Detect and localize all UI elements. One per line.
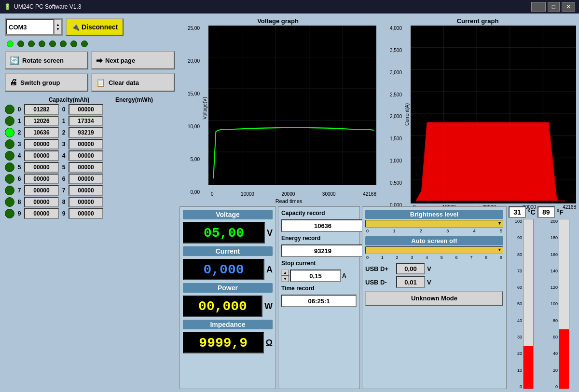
button-row-1: 🔄 Rotate screen ➡ Next page: [3, 50, 177, 70]
voltage-x-axis: 010000200003000042168: [201, 190, 376, 198]
bottom-panel: Voltage 05,00 V Current 0,000 A Power: [179, 206, 576, 389]
stop-current-row: ▲ ▼ A: [281, 270, 357, 282]
app-title: UM24C PC Software V1.3: [14, 3, 81, 10]
data-row-5: 5 5: [5, 162, 175, 173]
brightness-slider[interactable]: ▼: [365, 220, 503, 228]
row-energy-0[interactable]: [69, 104, 103, 115]
switch-group-label: Switch group: [20, 79, 60, 86]
disconnect-label: Disconnect: [82, 23, 118, 31]
autoscreen-slider[interactable]: ▼: [365, 246, 503, 254]
disconnect-button[interactable]: 🔌 Disconnect: [66, 18, 124, 36]
fahrenheit-thermometer: 200180160140120 100806040200: [544, 219, 576, 389]
row-num2-5: 5: [61, 164, 67, 171]
voltage-value: 05,00: [204, 226, 244, 241]
voltage-graph-container: Voltage graph 25,00 20,00 15,00 10,00 5,…: [179, 16, 376, 204]
row-capacity-1[interactable]: [24, 116, 59, 126]
row-capacity-8[interactable]: [24, 197, 59, 207]
records-panel: Capacity record mAh Energy record mWh St…: [278, 206, 360, 389]
row-energy-1[interactable]: [69, 116, 103, 126]
com-port-display: COM3: [6, 19, 54, 35]
row-capacity-0[interactable]: [24, 104, 59, 115]
switch-group-icon: 🖨: [10, 78, 17, 87]
spin-up-button[interactable]: ▲: [281, 270, 289, 276]
row-num-2: 2: [16, 129, 22, 136]
data-row-6: 6 6: [5, 174, 175, 184]
fahrenheit-value: 89: [542, 208, 550, 216]
time-record-input[interactable]: [281, 295, 357, 307]
unknown-mode-button[interactable]: Unknown Mode: [365, 291, 503, 306]
row-num-9: 9: [16, 210, 22, 217]
next-page-button[interactable]: ➡ Next page: [91, 51, 175, 69]
impedance-value-row: 9999,9 Ω: [183, 332, 273, 353]
capacity-record-input[interactable]: [281, 219, 364, 232]
status-dot-2: [28, 41, 35, 47]
row-capacity-2[interactable]: [24, 127, 59, 138]
window-controls: — □ ✕: [531, 2, 575, 12]
row-capacity-9[interactable]: [24, 208, 59, 219]
row-led-5: [5, 162, 14, 172]
current-y-label: Current(A): [403, 102, 411, 127]
row-energy-9[interactable]: [69, 208, 103, 219]
usb-dplus-input[interactable]: [396, 263, 425, 274]
row-led-7: [5, 186, 14, 195]
row-num2-2: 2: [61, 129, 67, 136]
row-num2-8: 8: [61, 199, 67, 205]
celsius-value-box: 31: [509, 206, 526, 218]
row-capacity-5[interactable]: [24, 162, 59, 173]
autoscreen-marks: 0123456789: [365, 255, 503, 260]
row-energy-6[interactable]: [69, 174, 103, 184]
rotate-screen-button[interactable]: 🔄 Rotate screen: [5, 51, 88, 69]
clear-data-button[interactable]: 📋 Clear data: [91, 73, 175, 92]
row-energy-4[interactable]: [69, 150, 103, 161]
voltage-display: 05,00: [183, 222, 265, 243]
row-energy-8[interactable]: [69, 197, 103, 207]
row-led-1: [5, 116, 14, 126]
row-num-8: 8: [16, 199, 22, 205]
rotate-label: Rotate screen: [22, 57, 64, 64]
row-num-3: 3: [16, 141, 22, 148]
close-button[interactable]: ✕: [562, 2, 575, 12]
row-num2-9: 9: [61, 210, 67, 217]
fahrenheit-scale: 200180160140120 100806040200: [544, 219, 576, 389]
energy-record-input[interactable]: [281, 244, 364, 257]
right-panel: Voltage graph 25,00 20,00 15,00 10,00 5,…: [179, 16, 576, 389]
voltage-x-label: Read times: [201, 198, 376, 204]
minimize-button[interactable]: —: [531, 2, 546, 12]
status-dot-4: [49, 41, 56, 47]
top-controls: COM3 ▲ ▼ 🔌 Disconnect: [3, 16, 177, 38]
row-capacity-7[interactable]: [24, 185, 59, 196]
thermometers-row: 10090807060 50403020100 20018016: [509, 219, 576, 389]
svg-marker-19: [416, 122, 557, 201]
data-row-0: 0 0: [5, 104, 175, 115]
spin-down-button[interactable]: ▼: [281, 276, 289, 282]
autoscreen-label: Auto screen off: [365, 236, 503, 245]
com-port-selector[interactable]: ▲ ▼: [54, 19, 62, 35]
current-graph-container: Current graph 4,000 3,500 3,000 2,500 2,…: [379, 16, 576, 204]
row-capacity-6[interactable]: [24, 174, 59, 184]
usb-dplus-unit: V: [427, 265, 431, 272]
switch-group-button[interactable]: 🖨 Switch group: [5, 73, 88, 92]
row-num-4: 4: [16, 152, 22, 159]
current-y-axis: 4,000 3,500 3,000 2,500 2,000 1,500 1,00…: [379, 26, 403, 217]
clear-data-label: Clear data: [109, 79, 139, 86]
row-num2-0: 0: [61, 106, 67, 113]
row-energy-7[interactable]: [69, 185, 103, 196]
next-page-icon: ➡: [96, 56, 102, 65]
voltage-label: Voltage: [183, 210, 273, 219]
row-energy-3[interactable]: [69, 139, 103, 149]
usb-dminus-input[interactable]: [396, 276, 425, 288]
row-led-8: [5, 197, 14, 207]
row-num-0: 0: [16, 106, 22, 113]
row-num2-4: 4: [61, 152, 67, 159]
stop-current-label: Stop current: [281, 260, 357, 267]
energy-record-label: Energy record: [281, 235, 357, 242]
row-capacity-4[interactable]: [24, 150, 59, 161]
row-capacity-3[interactable]: [24, 139, 59, 149]
celsius-value: 31: [513, 208, 521, 216]
status-dot-6: [70, 41, 77, 47]
capacity-header: Capacity(mAh): [38, 96, 100, 103]
maximize-button[interactable]: □: [548, 2, 560, 12]
row-energy-5[interactable]: [69, 162, 103, 173]
row-energy-2[interactable]: [69, 127, 103, 138]
stop-current-input[interactable]: [290, 270, 341, 282]
